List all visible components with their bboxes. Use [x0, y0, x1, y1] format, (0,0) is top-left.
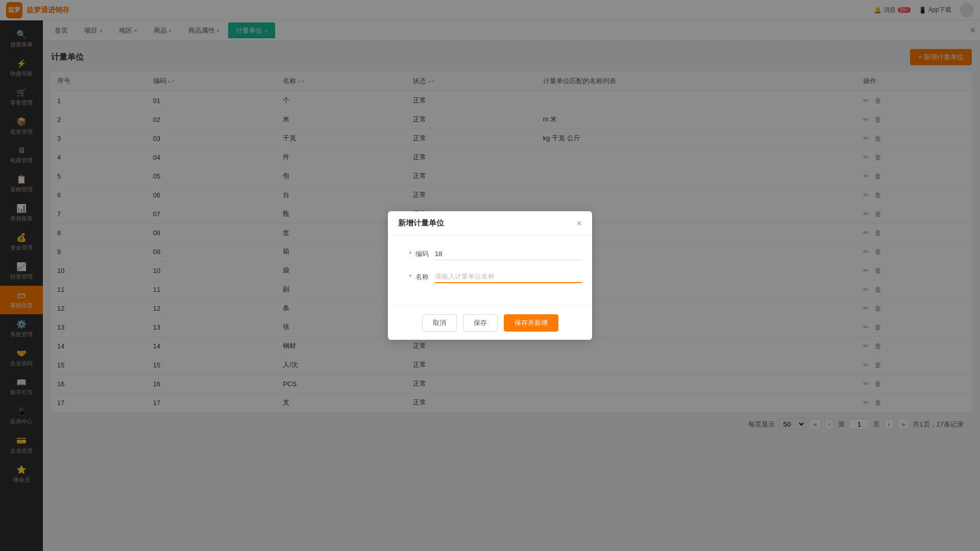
modal-footer: 取消 保存 保存并新增: [388, 306, 592, 340]
save-button[interactable]: 保存: [463, 314, 498, 332]
modal-title: 新增计量单位: [398, 218, 444, 228]
modal-overlay[interactable]: 新增计量单位 × * 编码 * 名称: [0, 0, 980, 551]
required-star-name: *: [409, 273, 411, 281]
name-input[interactable]: [435, 270, 582, 282]
add-measure-unit-modal: 新增计量单位 × * 编码 * 名称: [388, 211, 592, 340]
save-and-new-button[interactable]: 保存并新增: [504, 314, 558, 332]
modal-header: 新增计量单位 ×: [388, 211, 592, 236]
name-label: * 名称: [398, 272, 429, 282]
name-input-wrapper: [435, 270, 582, 283]
modal-close-button[interactable]: ×: [576, 219, 582, 228]
code-input[interactable]: [435, 248, 582, 260]
code-label: * 编码: [398, 249, 429, 259]
required-star-code: *: [409, 250, 411, 258]
modal-body: * 编码 * 名称: [388, 236, 592, 306]
app-container: 益梦 益梦通进销存 🔔 消息 99+ 📱 App下载 🔍 搜索菜单: [0, 0, 980, 551]
code-form-row: * 编码: [398, 248, 582, 260]
name-form-row: * 名称: [398, 270, 582, 283]
cancel-button[interactable]: 取消: [422, 314, 457, 332]
